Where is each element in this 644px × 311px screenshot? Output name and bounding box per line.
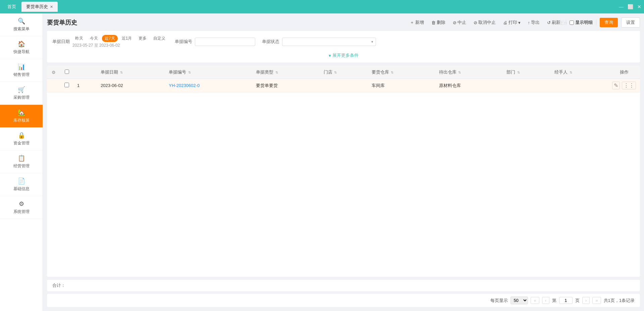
top-bar: 首页 要货单历史 ✕ — ⬜ ✕	[0, 0, 644, 13]
print-label: 打印	[508, 19, 517, 26]
status-filter-group: 单据状态	[262, 38, 376, 46]
date-tab-more[interactable]: 更多	[136, 35, 149, 42]
row-more-icon[interactable]: ⋮⋮	[622, 82, 636, 89]
col-doc-type-sort-icon[interactable]: ⇅	[275, 71, 278, 74]
row-ops-cell: ✎ ⋮⋮	[608, 79, 640, 92]
settings-label: 设置	[626, 19, 635, 26]
settings-button[interactable]: 设置	[621, 17, 640, 28]
close-icon[interactable]: ✕	[637, 4, 641, 9]
row-doc-type: 要货单要货	[252, 79, 319, 92]
page-size-text: 每页显示	[490, 298, 508, 304]
tab-requisition-history[interactable]: 要货单历史 ✕	[21, 2, 58, 12]
row-pending-warehouse: 原材料仓库	[435, 79, 502, 92]
col-req-warehouse-sort-icon[interactable]: ⇅	[391, 71, 393, 74]
tab-home[interactable]: 首页	[3, 2, 21, 12]
export-button[interactable]: ↑ 导出	[526, 18, 542, 27]
first-page-button[interactable]: «	[531, 297, 539, 304]
row-checkbox-cell	[60, 79, 73, 92]
row-doc-number-link[interactable]: YH-20230602-0	[169, 83, 200, 88]
print-chevron-icon: ▾	[518, 20, 521, 25]
sidebar-item-sys-mgmt-label: 系统管理	[13, 209, 30, 215]
row-checkbox[interactable]	[64, 83, 69, 87]
expand-filter-button[interactable]: ▾ 展开更多条件	[329, 52, 359, 58]
table-settings-icon[interactable]: ⚙	[52, 70, 56, 75]
toolbar-divider	[566, 20, 566, 25]
tab-close-icon[interactable]: ✕	[50, 5, 53, 9]
doc-number-input[interactable]	[195, 38, 255, 46]
date-tab-7days[interactable]: 近7天	[102, 35, 118, 42]
content-area: 要货单历史 ＋ 新增 🗑 删除 ⊘ 中止 ⊘ 取消中止	[43, 13, 644, 311]
sidebar-item-sales-mgmt[interactable]: 📊 销售管理	[0, 59, 43, 82]
page-header: 要货单历史 ＋ 新增 🗑 删除 ⊘ 中止 ⊘ 取消中止	[47, 17, 640, 28]
date-tab-today[interactable]: 今天	[87, 35, 101, 42]
pagination-bar: 每页显示 20 50 100 « ‹ 第 页 › » 共1页，1条记录	[47, 294, 640, 307]
prev-page-button[interactable]: ‹	[542, 297, 549, 304]
row-settings-cell	[47, 79, 60, 92]
col-doc-number-label: 单据编号	[169, 70, 186, 75]
inventory-calc-icon: 🏡	[18, 109, 25, 116]
tab-requisition-history-label: 要货单历史	[26, 4, 48, 10]
row-doc-date: 2023-06-02	[97, 79, 165, 92]
col-req-warehouse-label: 要货仓库	[372, 70, 389, 75]
refresh-button[interactable]: ↺ 刷新	[545, 18, 562, 27]
col-doc-number-sort-icon[interactable]: ⇅	[188, 71, 191, 74]
col-handler-sort-icon[interactable]: ⇅	[570, 71, 572, 74]
capital-mgmt-icon: 🔒	[18, 132, 25, 139]
query-button[interactable]: 查询	[600, 18, 618, 27]
sidebar-item-purchase-mgmt[interactable]: 🛒 采购管理	[0, 82, 43, 105]
col-pending-warehouse-sort-icon[interactable]: ⇅	[458, 71, 461, 74]
date-tab-custom[interactable]: 自定义	[151, 35, 168, 42]
date-tab-yesterday[interactable]: 昨天	[72, 35, 86, 42]
purchase-mgmt-icon: 🛒	[18, 86, 25, 93]
cancel-stop-label: 取消中止	[478, 19, 496, 26]
col-store-sort-icon[interactable]: ⇅	[334, 71, 337, 74]
date-range-text: 2023-05-27 至 2023-06-02	[72, 43, 168, 48]
col-department-sort-icon[interactable]: ⇅	[517, 71, 520, 74]
date-tab-1month[interactable]: 近1月	[119, 35, 135, 42]
top-bar-right: — ⬜ ✕	[619, 4, 641, 9]
cancel-stop-icon: ⊘	[474, 20, 477, 25]
col-store: 门店 ⇅	[320, 66, 368, 79]
new-icon: ＋	[410, 19, 414, 26]
sidebar-item-sys-mgmt[interactable]: ⚙ 系统管理	[0, 196, 43, 219]
sidebar-item-quick-nav[interactable]: 🏠 快捷导航	[0, 36, 43, 59]
sidebar-item-capital-mgmt[interactable]: 🔒 资金管理	[0, 128, 43, 150]
expand-filter-label: 展开更多条件	[332, 52, 359, 58]
sidebar-item-basic-info-label: 基础信息	[13, 186, 30, 192]
sidebar: 🔍 搜索菜单 🏠 快捷导航 📊 销售管理 🛒 采购管理 🏡 库存核算 🔒 资金管…	[0, 13, 43, 311]
row-store	[320, 79, 368, 92]
stop-icon: ⊘	[453, 20, 457, 25]
sidebar-item-ops-mgmt[interactable]: 📋 经营管理	[0, 150, 43, 173]
jump-label: 第	[552, 298, 556, 304]
row-edit-icon[interactable]: ✎	[612, 82, 620, 89]
minimize-icon[interactable]: —	[619, 4, 624, 9]
show-detail-checkbox-label[interactable]: 显示明细	[570, 19, 593, 26]
next-page-button[interactable]: ›	[582, 297, 590, 304]
last-page-button[interactable]: »	[592, 297, 601, 304]
doc-number-filter-group: 单据编号	[175, 38, 255, 46]
new-button[interactable]: ＋ 新增	[408, 18, 426, 27]
filter-panel: 单据日期 昨天 今天 近7天 近1月 更多 自定义 2023-05-27 至 2…	[47, 31, 640, 62]
page-number-input[interactable]	[559, 297, 573, 304]
delete-button[interactable]: 🗑 删除	[429, 18, 447, 27]
print-button[interactable]: 🖨 打印 ▾	[501, 18, 523, 27]
status-select[interactable]	[282, 38, 376, 46]
stop-label: 中止	[458, 19, 466, 26]
quick-nav-icon: 🏠	[18, 40, 25, 48]
col-doc-date-label: 单据日期	[101, 70, 118, 75]
select-all-checkbox[interactable]	[65, 70, 69, 74]
page-size-select[interactable]: 20 50 100	[511, 297, 528, 304]
cancel-stop-button[interactable]: ⊘ 取消中止	[472, 18, 498, 27]
row-seq: 1	[73, 79, 97, 92]
row-req-warehouse: 车间库	[368, 79, 435, 92]
show-detail-checkbox[interactable]	[570, 20, 574, 25]
restore-icon[interactable]: ⬜	[628, 4, 633, 9]
col-doc-date-sort-icon[interactable]: ⇅	[120, 71, 123, 74]
main-layout: 🔍 搜索菜单 🏠 快捷导航 📊 销售管理 🛒 采购管理 🏡 库存核算 🔒 资金管…	[0, 13, 644, 311]
page-label: 页	[575, 298, 580, 304]
sidebar-item-inventory-calc[interactable]: 🏡 库存核算	[0, 105, 43, 128]
sidebar-item-search-menu[interactable]: 🔍 搜索菜单	[0, 13, 43, 36]
sidebar-item-basic-info[interactable]: 📄 基础信息	[0, 173, 43, 196]
col-checkbox	[60, 66, 73, 79]
stop-button[interactable]: ⊘ 中止	[451, 18, 468, 27]
